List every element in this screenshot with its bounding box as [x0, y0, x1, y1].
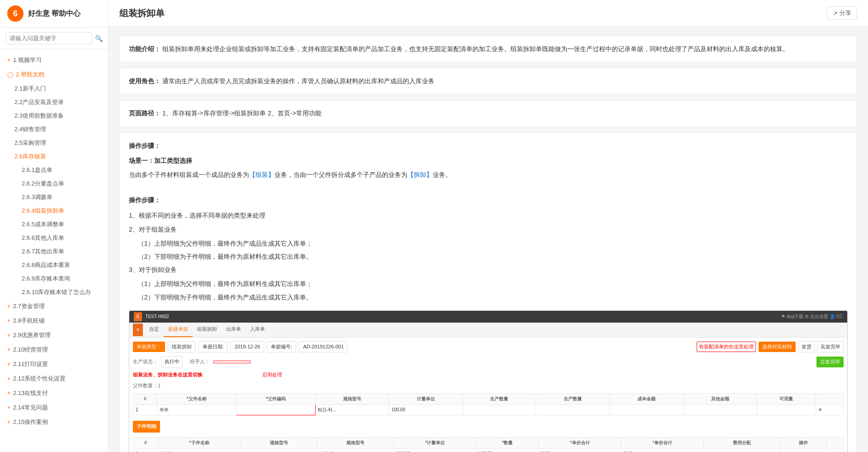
sc-code-cell[interactable]	[236, 404, 316, 415]
sidebar-sub-2-3[interactable]: 2.3使用前数据准备	[0, 109, 108, 123]
sc-parent-header-row: # *父件名称 *父件编码 规格型号 计量单位 生产数量 生产数量 成本金额 其…	[133, 393, 844, 404]
sc-tab-xinjian[interactable]: 新建单据	[164, 323, 193, 337]
share-button[interactable]: ↗ 分享	[827, 6, 857, 20]
sc-code-value: AD-20191226-001	[299, 341, 348, 353]
path-label: 页面路径：	[129, 109, 160, 117]
sc-child-table: # *子件名称 规格型号 规格型号 *计量单位 *数量 *单价合计 *单价合计 …	[133, 437, 844, 452]
sc-annotation-row: 组装业务、拆卸业务在这里切换 启用处理	[133, 371, 844, 380]
plus-icon: +	[7, 361, 10, 367]
sidebar-item-2-10[interactable]: + 2.10经营管理	[0, 343, 108, 357]
zuzhuang-text: 【组装】	[249, 171, 274, 178]
plus-icon: +	[7, 332, 10, 338]
sidebar-sub-2-2[interactable]: 2.2产品安装及登录	[0, 95, 108, 109]
sc-zhuren-input[interactable]	[213, 361, 250, 363]
sc-col-other: 其他金额	[683, 393, 757, 404]
sidebar-item-2-14[interactable]: + 2.14常见问题	[0, 400, 108, 415]
sc-tab-ruku[interactable]: 入库单	[245, 323, 269, 337]
func-intro-block: 功能介绍： 组装拆卸单用来处理企业组装或拆卸等加工业务，支持有固定装配清单的产品…	[119, 36, 857, 62]
share-label: 分享	[840, 9, 851, 17]
func-intro-text: 组装拆卸单用来处理企业组装或拆卸等加工业务，支持有固定装配清单的产品加工业务，也…	[162, 45, 789, 52]
sc-col-spec: 规格型号	[316, 393, 389, 404]
sidebar-item-2-7[interactable]: + 2.7资金管理	[0, 299, 108, 314]
search-input[interactable]	[5, 32, 92, 44]
step1: 1、根据不同的业务，选择不同单据的类型来处理	[129, 210, 848, 221]
page-title: 组装拆卸单	[119, 7, 165, 19]
sidebar-sub-2-6-10[interactable]: 2.6.10库存账本错了怎么办	[0, 285, 108, 299]
sc-parent-section: 父件数量：1 # *父件名称 *父件编码 规格型号 计量单位 生产数量	[133, 381, 844, 415]
sc-tab-zuzhuang[interactable]: 组装拆卸	[193, 323, 222, 337]
sc-sub-status: 执行中	[161, 356, 183, 368]
sidebar-sub-2-6-1[interactable]: 2.6.1盘点单	[0, 163, 108, 177]
sc-zhuren-label: 经手人：	[190, 357, 210, 366]
step2: 2、对于组装业务	[129, 224, 848, 235]
sc-logo: 6	[134, 312, 142, 321]
ops-block: 操作步骤： 场景一：加工类型选择 当由多个子件材料组装成一个成品的业务为【组装】…	[119, 133, 857, 452]
sidebar-sub-2-5[interactable]: 2.5采购管理	[0, 136, 108, 150]
plus-icon: +	[7, 57, 10, 63]
sidebar-item-video[interactable]: + 1.视频学习	[0, 53, 108, 67]
sidebar-item-2-15[interactable]: + 2.15操作案例	[0, 415, 108, 429]
sidebar-item-help[interactable]: ◯ 2.帮助文档	[0, 67, 108, 82]
sidebar-item-2-11[interactable]: + 2.11打印设置	[0, 357, 108, 371]
sc-icons: ⚑ App下载 ⚙ 后台设置 👤 CC	[781, 313, 843, 321]
step3-1: （1）上部明细为父件明细，最终作为原材料生成其它出库单；	[138, 278, 848, 290]
sidebar-item-2-13[interactable]: + 2.13在线支付	[0, 386, 108, 400]
sc-top-bar: 6 TEST-H002 ⚑ App下载 ⚙ 后台设置 👤 CC	[129, 311, 847, 323]
sc-child-header-row: # *子件名称 规格型号 规格型号 *计量单位 *数量 *单价合计 *单价合计 …	[133, 437, 844, 448]
content-area: 功能介绍： 组装拆卸单用来处理企业组装或拆卸等加工业务，支持有固定装配清单的产品…	[108, 27, 868, 452]
sidebar-sub-2-4[interactable]: 2.4销售管理	[0, 123, 108, 136]
screenshot: 6 TEST-H002 ⚑ App下载 ⚙ 后台设置 👤 CC ≡ 自定 新建单…	[129, 310, 848, 452]
sc-col-code: *父件编码	[236, 393, 316, 404]
path-block: 页面路径： 1、库存核算->库存管理->组装拆卸单 2、首页->常用功能	[119, 100, 857, 127]
ops-steps-title: 操作步骤：	[129, 195, 848, 206]
sidebar-sub-2-6-8[interactable]: 2.6.8商品成本重算	[0, 258, 108, 272]
step3: 3、对于拆卸业务	[129, 264, 848, 276]
ops-title: 操作步骤：	[129, 140, 848, 152]
sc-type-value[interactable]: 组装拆卸	[168, 341, 196, 353]
sidebar-sub-2-6-9[interactable]: 2.6.9库存账本查询	[0, 272, 108, 285]
search-icon[interactable]: 🔍	[95, 35, 103, 42]
sc-btn-action[interactable]: 发货	[798, 341, 815, 353]
sc-btn-peizhidan[interactable]: 选择对应材料	[759, 342, 796, 352]
chaijiu-text: 【拆卸】	[407, 171, 433, 178]
sidebar-sub-2-6[interactable]: 2.6库存核算	[0, 150, 108, 163]
sc-nav: ≡ 自定 新建单据 组装拆卸 出库单 入库单	[129, 323, 847, 338]
sc-form-body: 单据类型： 组装拆卸 单据日期: 2019-12-26 单据编号: AD-201…	[129, 338, 847, 452]
table-row: 1 辅料1 粒(1-4)... 100.00 100.00 0.00 0.00 …	[133, 448, 844, 452]
sidebar-sub-2-6-3[interactable]: 2.6.3调拨单	[0, 190, 108, 204]
sc-tab-ziding[interactable]: 自定	[145, 323, 164, 337]
sc-col-unit: 计量单位	[389, 393, 462, 404]
step3-2: （2）下部明细为子件明细，最终作为产成品生成其它入库单。	[138, 292, 848, 303]
main-content: 组装拆卸单 ↗ 分享 功能介绍： 组装拆卸单用来处理企业组装或拆卸等加工业务，支…	[108, 0, 868, 452]
sc-tab-chuku[interactable]: 出库单	[222, 323, 245, 337]
sidebar-item-2-9[interactable]: + 2.9优惠券管理	[0, 328, 108, 343]
sidebar-item-2-8[interactable]: + 2.8手机旺铺	[0, 314, 108, 328]
sidebar-sub-2-1[interactable]: 2.1新手入门	[0, 82, 108, 95]
sc-date-value: 2019-12-26	[231, 341, 264, 353]
sc-col-ops	[816, 393, 844, 404]
sc-code-label: 单据编号:	[267, 341, 296, 353]
role-label: 使用角色：	[129, 77, 160, 85]
sc-test-id: TEST-H002	[146, 313, 169, 321]
sidebar-item-2-12[interactable]: + 2.12系统个性化设置	[0, 371, 108, 386]
sc-sub-section-header: 子件明细	[133, 418, 844, 434]
sidebar-sub-2-6-6[interactable]: 2.6.6其他入库单	[0, 231, 108, 245]
logo: 6	[7, 5, 24, 22]
scenario1-title: 场景一：加工类型选择	[129, 155, 848, 167]
sc-parent-label: 父件数量：1	[133, 381, 844, 390]
plus-icon: +	[7, 376, 10, 382]
sidebar-sub-2-6-2[interactable]: 2.6.2分量盘点单	[0, 177, 108, 190]
sc-btn-confirm[interactable]: 立发完毕	[816, 357, 844, 367]
sidebar-sub-2-6-4[interactable]: 2.6.4组装拆卸单	[0, 204, 108, 218]
sidebar-sub-2-6-7[interactable]: 2.6.7其他出库单	[0, 245, 108, 258]
path-text: 1、库存核算->库存管理->组装拆卸单 2、首页->常用功能	[162, 109, 321, 117]
sc-btn-save[interactable]: 单据类型：	[133, 342, 165, 352]
sidebar-sub-2-6-5[interactable]: 2.6.5成本调整单	[0, 218, 108, 231]
table-row: 1 米米 粒(1-4)... 100.00	[133, 404, 844, 415]
sc-home-icon: ≡	[133, 324, 143, 336]
sc-btn-queren[interactable]: 实发完毕	[817, 341, 844, 353]
plus-icon: +	[7, 390, 10, 396]
sc-parent-count: 1	[158, 383, 160, 388]
nav-list: + 1.视频学习 ◯ 2.帮助文档 2.1新手入门 2.2产品安装及登录 2.3…	[0, 49, 108, 452]
main-header: 组装拆卸单 ↗ 分享	[108, 0, 868, 27]
